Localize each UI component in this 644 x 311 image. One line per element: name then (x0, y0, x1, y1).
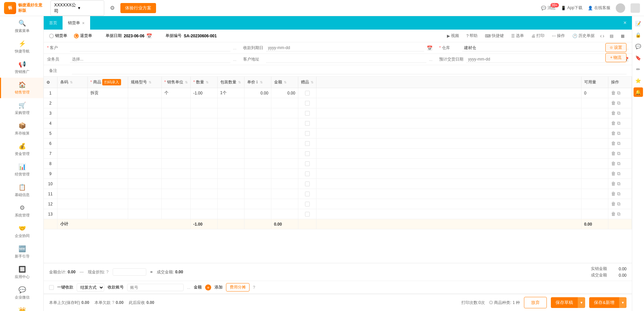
sidebar-item-guide[interactable]: 🆕 新手引导 (0, 242, 43, 262)
cash-discount-input[interactable] (113, 268, 146, 276)
th-gear[interactable]: ⚙ (44, 77, 57, 88)
expense-help-icon[interactable]: ? (253, 285, 255, 290)
row-barcode[interactable] (57, 189, 87, 199)
row-qty[interactable] (190, 108, 217, 118)
copy-row-icon[interactable]: ⧉ (617, 201, 620, 207)
save-draft-dropdown[interactable]: ▾ (578, 297, 585, 308)
layout-grid-btn[interactable]: ▦ (619, 33, 627, 39)
expense-split-button[interactable]: 费用分摊 (226, 283, 250, 291)
delete-row-icon[interactable]: 🗑 (611, 120, 616, 126)
settlement-select[interactable]: 结算方式 (77, 283, 104, 291)
row-qty[interactable] (190, 128, 217, 139)
layout-list-btn[interactable]: ▤ (608, 33, 615, 39)
row-barcode[interactable] (57, 118, 87, 128)
sidebar-item-sales[interactable]: 🏠 销售管理 (0, 78, 43, 98)
gift-checkbox[interactable] (305, 141, 310, 146)
right-panel-bookmark-icon[interactable]: 🔖 (634, 53, 643, 63)
price-info-icon[interactable]: ℹ (256, 80, 258, 84)
row-price[interactable]: 0.00 (244, 88, 271, 98)
copy-row-icon[interactable]: ⧉ (617, 171, 620, 177)
delivery-date-input[interactable] (466, 56, 620, 63)
save-draft-button[interactable]: 保存草稿 (551, 297, 578, 308)
row-goods[interactable] (87, 189, 128, 199)
row-price[interactable] (244, 159, 271, 169)
radio-return[interactable]: 退货单 (74, 33, 92, 39)
row-qty[interactable] (190, 199, 217, 209)
delete-row-icon[interactable]: 🗑 (611, 161, 616, 166)
copy-row-icon[interactable]: ⧉ (617, 191, 620, 197)
help-btn[interactable]: ? 帮助 (464, 32, 480, 39)
delete-row-icon[interactable]: 🗑 (611, 130, 616, 136)
gear-settings-icon[interactable]: ⚙ (46, 80, 50, 85)
total-owe-info-icon[interactable]: ? (112, 300, 114, 305)
row-spec[interactable] (128, 169, 161, 179)
row-barcode[interactable] (57, 88, 87, 98)
right-panel-star-icon[interactable]: ⭐ (634, 76, 643, 85)
sidebar-item-inventory[interactable]: 📦 库存核算 (0, 119, 43, 139)
online-service-btn[interactable]: 👤 在线客服 (588, 5, 610, 11)
row-barcode[interactable] (57, 108, 87, 118)
warehouse-input[interactable] (462, 44, 622, 51)
row-price[interactable] (244, 118, 271, 128)
row-goods[interactable] (87, 118, 128, 128)
row-barcode[interactable] (57, 199, 87, 209)
date-calendar-icon[interactable]: 📅 (146, 33, 152, 39)
logistics-button[interactable]: + 物流 (605, 53, 627, 62)
row-qty[interactable] (190, 159, 217, 169)
row-goods[interactable] (87, 139, 128, 149)
row-spec[interactable] (128, 139, 161, 149)
row-price[interactable] (244, 98, 271, 108)
salesperson-dots[interactable]: ... (233, 57, 236, 62)
row-barcode[interactable] (57, 149, 87, 159)
spec-input[interactable] (131, 91, 159, 95)
copy-row-icon[interactable]: ⧉ (617, 141, 620, 146)
one-click-checkbox[interactable] (49, 285, 54, 290)
tab-home[interactable]: 首页 (44, 16, 63, 30)
row-qty[interactable] (190, 169, 217, 179)
customer-addr-dots[interactable]: ... (429, 57, 432, 62)
gift-checkbox[interactable] (305, 192, 310, 196)
row-qty[interactable] (190, 98, 217, 108)
row-spec[interactable] (128, 189, 161, 199)
app-download-btn[interactable]: 📱 App下载 (561, 5, 582, 11)
history-btn[interactable]: 🕐 历史单据 (570, 32, 597, 39)
gift-checkbox[interactable] (305, 101, 310, 106)
delete-row-icon[interactable]: 🗑 (611, 110, 616, 116)
shortcut-btn[interactable]: ⌨ 快捷键 (483, 32, 506, 39)
settings-gear-icon[interactable]: ⚙ (107, 3, 118, 13)
tab-sales-order-close[interactable]: × (82, 21, 85, 26)
row-goods[interactable] (87, 149, 128, 159)
gift-checkbox[interactable] (305, 111, 310, 116)
sidebar-search[interactable]: 🔍 搜索菜单 (0, 16, 43, 37)
customer-input[interactable] (70, 44, 230, 51)
nav-prev[interactable]: ‹ (600, 33, 602, 39)
delete-row-icon[interactable]: 🗑 (611, 90, 616, 96)
sidebar-item-wechat[interactable]: 💬 企业微信 (0, 283, 43, 303)
row-qty[interactable] (190, 179, 217, 189)
copy-row-icon[interactable]: ⧉ (617, 211, 620, 217)
payment-calendar-icon[interactable]: 📅 (427, 45, 432, 51)
row-spec[interactable] (128, 179, 161, 189)
sidebar-item-system[interactable]: ⚙ 系统管理 (0, 201, 43, 221)
sidebar-item-quick-nav[interactable]: ⚡ 快捷导航 (0, 37, 43, 57)
cash-discount-info-icon[interactable]: ? (106, 270, 109, 274)
sidebar-item-member[interactable]: 👑 畅会员 (0, 303, 43, 311)
row-spec[interactable] (128, 118, 161, 128)
row-goods[interactable] (87, 108, 128, 118)
row-price[interactable] (244, 149, 271, 159)
save-new-button[interactable]: 保存&新增 (589, 297, 619, 308)
trial-button[interactable]: 体验行业方案 (120, 3, 156, 13)
row-qty[interactable] (190, 209, 217, 219)
select-order-btn[interactable]: ☰ 选单 (509, 32, 526, 39)
add-payment-button[interactable]: + (205, 284, 211, 290)
row-price[interactable] (244, 189, 271, 199)
copy-row-icon[interactable]: ⧉ (617, 181, 620, 187)
row-spec[interactable] (128, 128, 161, 139)
delete-row-icon[interactable]: 🗑 (611, 171, 616, 177)
print-btn[interactable]: 🖨 打印 (529, 32, 546, 39)
sidebar-item-marketing[interactable]: 📢 营销推广 (0, 57, 43, 78)
gift-checkbox[interactable] (305, 212, 310, 217)
tab-sales-order[interactable]: 销货单 × (63, 16, 90, 30)
avatar[interactable] (616, 3, 625, 13)
row-barcode[interactable] (57, 169, 87, 179)
